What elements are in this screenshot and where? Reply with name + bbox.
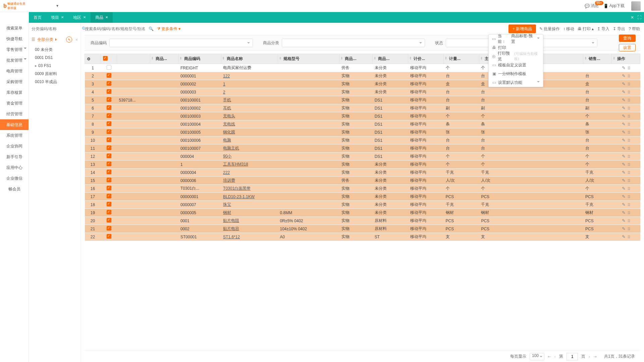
row-checkbox[interactable] xyxy=(107,137,111,142)
sidebar-item[interactable]: 应用中心 xyxy=(0,162,29,173)
select-all-checkbox[interactable] xyxy=(103,56,108,61)
sidebar-item[interactable]: 企业协同 xyxy=(0,141,29,152)
edit-icon[interactable]: ✎ xyxy=(622,178,626,183)
column-header[interactable] xyxy=(101,54,117,64)
category-item[interactable]: 0010 半成品 xyxy=(35,78,80,86)
sidebar-item[interactable]: 经营管理 xyxy=(0,109,29,119)
column-header[interactable]: ▲▼计价... xyxy=(408,54,444,64)
tab-首页[interactable]: 首页 xyxy=(29,12,46,23)
table-row[interactable]: 10000100006电脑实物DS1移动平均台台台✎⁞⁞ xyxy=(85,136,640,144)
more-icon[interactable]: ⁞⁞ xyxy=(628,178,630,183)
edit-icon[interactable]: ✎ xyxy=(622,162,626,167)
column-header[interactable]: ▲▼商品... xyxy=(150,54,178,64)
next-page-icon[interactable]: › xyxy=(589,354,590,359)
prev-page-icon[interactable]: ‹ xyxy=(554,354,556,359)
import-link[interactable]: ↥导入 xyxy=(597,26,609,32)
column-header[interactable]: ▲▼商品... xyxy=(339,54,373,64)
table-row[interactable]: 150000006培训费劳务未分类移动平均人/次人/次人/次✎⁞⁞ xyxy=(85,177,640,185)
edit-icon[interactable]: ✎ xyxy=(622,154,626,159)
category-all-row[interactable]: ☰ 全部分类 ✎ « xyxy=(29,35,80,44)
edit-icon[interactable]: ✎ xyxy=(622,218,626,223)
table-row[interactable]: 6000100002耳机实物DS1移动平均副副副✎⁞⁞ xyxy=(85,104,640,112)
more-icon[interactable]: ⁞⁞ xyxy=(628,122,630,127)
more-icon[interactable]: ⁞⁞ xyxy=(628,146,630,151)
category-item[interactable]: 03 FS1 xyxy=(35,62,80,70)
help-link[interactable]: ?帮助 xyxy=(629,26,640,32)
add-product-button[interactable]: + 新增商品 xyxy=(508,24,536,33)
table-row[interactable]: 300000021实物未分类移动平均盒盒盒✎⁞⁞ xyxy=(85,80,640,88)
sidebar-item[interactable]: 资金管理 xyxy=(0,98,29,109)
tab-项目[interactable]: 项目✕ xyxy=(46,12,68,23)
table-row[interactable]: 180000007珠宝实物未分类移动平均千克千克千克✎⁞⁞ xyxy=(85,201,640,209)
edit-icon[interactable]: ✎ xyxy=(622,106,626,111)
last-page-icon[interactable]: ⇥ xyxy=(593,354,597,359)
edit-icon[interactable]: ✎ xyxy=(622,98,626,103)
edit-icon[interactable]: ✎ xyxy=(622,65,626,70)
row-checkbox[interactable] xyxy=(107,89,111,94)
row-checkbox[interactable] xyxy=(107,81,111,86)
more-icon[interactable]: ⁞⁞ xyxy=(628,226,630,231)
table-row[interactable]: 5539718...000100001手机实物DS1移动平均台台台✎⁞⁞ xyxy=(85,96,640,104)
column-header[interactable]: ▲▼规格型号 xyxy=(278,54,339,64)
table-row[interactable]: 8000100004充电线实物DS1移动平均条条条✎⁞⁞ xyxy=(85,120,640,128)
close-icon[interactable]: ✕ xyxy=(83,12,86,23)
row-checkbox[interactable] xyxy=(107,154,111,158)
export-link[interactable]: ↧导出 xyxy=(613,26,625,32)
column-header[interactable]: ▲▼商品名称 xyxy=(221,54,278,64)
row-checkbox[interactable] xyxy=(107,202,111,206)
sidebar-item[interactable]: 零售管理 xyxy=(0,44,29,55)
category-item[interactable]: 0009 原材料 xyxy=(35,70,80,78)
more-filters-link[interactable]: ⧩更多条件 ▾ xyxy=(157,26,180,32)
more-icon[interactable]: ⁞⁞ xyxy=(628,186,630,191)
edit-icon[interactable]: ✎ xyxy=(622,194,626,199)
more-icon[interactable]: ⁞⁞ xyxy=(628,65,630,70)
edit-icon[interactable]: ✎ xyxy=(622,210,626,215)
more-icon[interactable]: ⁞⁞ xyxy=(628,89,630,95)
row-checkbox[interactable] xyxy=(107,194,111,198)
settings-button[interactable]: 设置 xyxy=(619,44,636,51)
sidebar-item[interactable]: 搜索菜单 xyxy=(0,23,29,34)
more-icon[interactable]: ⁞⁞ xyxy=(628,98,630,103)
edit-icon[interactable]: ✎ xyxy=(622,146,626,151)
move-link[interactable]: ↕移动 xyxy=(563,26,574,32)
row-checkbox[interactable] xyxy=(107,178,111,182)
more-icon[interactable]: ⁞⁞ xyxy=(628,210,630,215)
row-checkbox[interactable] xyxy=(107,234,111,239)
more-icon[interactable]: ⁞⁞ xyxy=(628,130,630,135)
edit-icon[interactable]: ✎ xyxy=(622,138,626,143)
tab-商品[interactable]: 商品✕ xyxy=(91,12,113,23)
search-icon[interactable]: 🔍 xyxy=(149,26,154,31)
table-row[interactable]: 9000100005钢化膜实物DS1移动平均张张张✎⁞⁞ xyxy=(85,128,640,136)
edit-icon[interactable]: ✎ xyxy=(622,170,626,175)
table-row[interactable]: 210002贴片电容104±10% 0402实物原材料移动平均PCSPCSPCS… xyxy=(85,225,640,233)
row-checkbox[interactable] xyxy=(107,129,111,134)
filter-code-input[interactable] xyxy=(109,39,253,47)
gear-icon[interactable]: ⚙ xyxy=(87,57,91,61)
sidebar-item[interactable]: 基础信息 xyxy=(0,119,29,130)
sidebar-item[interactable]: 系统管理 xyxy=(0,130,29,141)
sidebar-item[interactable]: 电商管理 xyxy=(0,66,29,76)
table-row[interactable]: 190000005钢材0.8MM实物未分类移动平均钢材钢材钢材✎⁞⁞ xyxy=(85,209,640,217)
more-icon[interactable]: ⁞⁞ xyxy=(628,138,630,143)
more-icon[interactable]: ⁞⁞ xyxy=(628,162,630,167)
collapse-icon[interactable]: « xyxy=(75,37,78,42)
table-row[interactable]: 200001贴片电阻0R±5% 0402实物原材料移动平均PCSPCSPCS✎⁞… xyxy=(85,217,640,225)
batch-ops-link[interactable]: ✎批量操作 xyxy=(539,26,560,32)
row-checkbox[interactable] xyxy=(107,121,111,126)
dropdown-current[interactable]: ▭当前：商品标签-预置 xyxy=(489,35,543,43)
more-icon[interactable]: ⁞⁞ xyxy=(628,81,630,86)
edit-icon[interactable]: ✎ xyxy=(622,186,626,191)
sidebar-item[interactable]: 新手引导 xyxy=(0,152,29,162)
column-header[interactable]: ⚙ xyxy=(85,54,101,64)
edit-icon[interactable]: ✎ xyxy=(622,89,626,95)
filter-category-select[interactable] xyxy=(282,39,425,47)
table-row[interactable]: 20000001122实物未分类移动平均台台台✎⁞⁞ xyxy=(85,72,640,80)
dropdown-preview[interactable]: ◎打印预览(可编辑当前模板) xyxy=(489,52,543,61)
more-icon[interactable]: ⁞⁞ xyxy=(628,234,630,239)
sidebar-item[interactable]: 批发管理 xyxy=(0,55,29,66)
table-row[interactable]: 131工具车HM318实物未分类移动平均个个个✎⁞⁞ xyxy=(85,161,640,169)
edit-icon[interactable]: ✎ xyxy=(622,73,626,78)
table-wrap[interactable]: ⚙▲▼商品...▲▼商品编码▲▼商品名称▲▼规格型号▲▼商品...▲▼商品...… xyxy=(85,54,640,351)
column-header[interactable]: ▲▼操作 xyxy=(612,54,640,64)
first-page-icon[interactable]: ⇤ xyxy=(548,354,551,359)
